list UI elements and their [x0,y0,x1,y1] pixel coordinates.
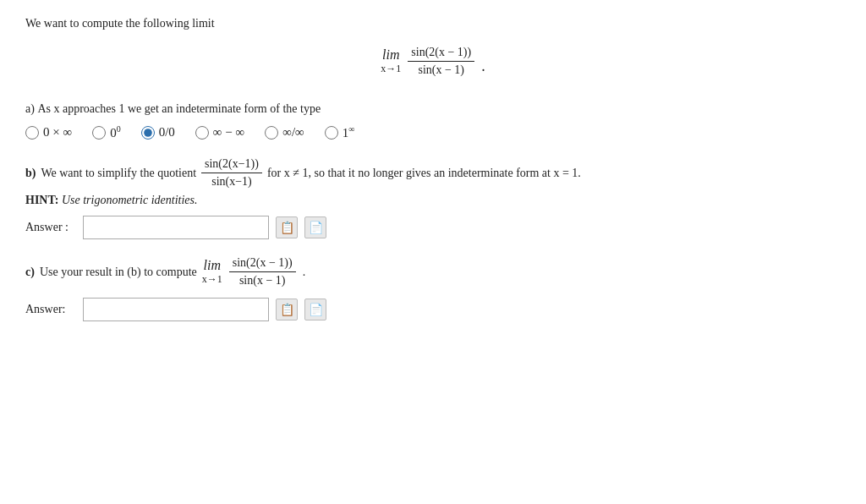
part-b-answer-row: Answer : 📋 📄 [25,216,841,239]
option-infty-infty-label: ∞ − ∞ [213,125,244,140]
main-limit-denominator: sin(x − 1) [414,62,468,77]
part-c-label: c) [25,266,35,279]
part-c-answer-label: Answer: [25,303,76,316]
hint-bold: HINT: [25,194,58,206]
part-b-answer-input[interactable] [83,216,269,239]
option-infty-infty[interactable]: ∞ − ∞ [195,125,244,140]
option-infty/infty[interactable]: ∞/∞ [265,125,304,140]
part-c-period: . [303,266,306,279]
option-1^infty[interactable]: 1∞ [325,124,355,140]
part-a-question: As x approaches 1 we get an indeterminat… [37,102,321,115]
part-c-lim-sub: x→1 [202,273,222,286]
option-0/0-label: 0/0 [159,125,175,140]
radio-0xinfty[interactable] [25,126,39,140]
main-limit: lim x→1 sin(2(x − 1)) sin(x − 1) . [25,46,841,77]
part-c-fraction: sin(2(x − 1)) sin(x − 1) [229,256,296,288]
section-c: c) Use your result in (b) to compute lim… [25,256,841,321]
part-c-paste-icon[interactable]: 📄 [304,299,326,320]
part-c-copy-icon[interactable]: 📋 [276,299,298,320]
part-b-fraction: sin(2(x−1)) sin(x−1) [201,157,262,189]
part-c-limit: lim x→1 sin(2(x − 1)) sin(x − 1) . [202,256,305,288]
part-b-answer-label: Answer : [25,221,76,234]
part-b-label: b) [25,167,36,180]
part-b-paste-icon[interactable]: 📄 [304,216,326,238]
part-c-answer-row: Answer: 📋 📄 [25,298,841,321]
option-0xinfty-label: 0 × ∞ [43,125,72,140]
period: . [481,58,485,75]
part-c-numerator: sin(2(x − 1)) [229,256,296,272]
part-c-lim-word: lim [204,258,221,273]
part-b-prefix: We want to simplify the quotient [41,167,196,180]
part-c-answer-input[interactable] [83,298,269,321]
main-limit-numerator: sin(2(x − 1)) [408,46,474,62]
part-b-copy-icon[interactable]: 📋 [276,216,298,238]
radio-group: 0 × ∞ 00 0/0 ∞ − ∞ ∞/∞ 1∞ [25,124,841,140]
part-c-prefix: Use your result in (b) to compute [40,266,197,279]
option-0xinfty[interactable]: 0 × ∞ [25,125,72,140]
lim-word: lim [382,47,399,63]
intro-text: We want to compute the following limit [25,17,841,30]
lim-subscript: x→1 [381,63,401,75]
option-1^infty-label: 1∞ [343,124,355,140]
hint-body: Use trigonometric identities. [62,194,198,206]
radio-0^0[interactable] [92,126,106,140]
part-b-suffix: for x ≠ 1, so that it no longer gives an… [267,167,581,180]
radio-infty/infty[interactable] [265,126,278,140]
part-a-label: a) As x approaches 1 we get an indetermi… [25,102,841,116]
radio-infty-infty[interactable] [195,126,209,140]
radio-1^infty[interactable] [325,126,338,140]
radio-0/0[interactable] [141,126,155,140]
section-b: b) We want to simplify the quotient sin(… [25,157,841,239]
part-b-numerator: sin(2(x−1)) [201,157,262,173]
option-infty/infty-label: ∞/∞ [282,125,304,140]
hint-text: HINT: Use trigonometric identities. [25,194,841,207]
part-c-denominator: sin(x − 1) [236,272,289,288]
option-0^0[interactable]: 00 [92,124,121,140]
part-b-denominator: sin(x−1) [208,173,255,189]
option-0^0-label: 00 [110,124,121,140]
part-c-question: c) Use your result in (b) to compute lim… [25,256,841,288]
section-a: a) As x approaches 1 we get an indetermi… [25,102,841,140]
option-0/0[interactable]: 0/0 [141,125,175,140]
part-b-question: b) We want to simplify the quotient sin(… [25,157,841,189]
